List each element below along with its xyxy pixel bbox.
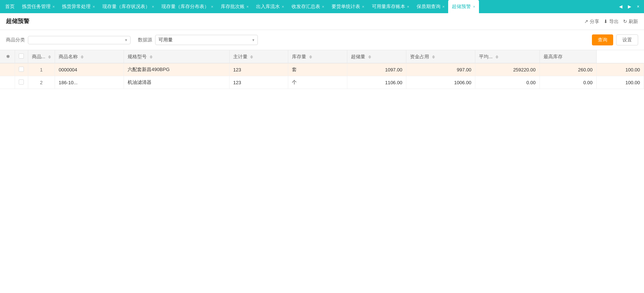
col-inventory-header[interactable]: 库存量: [288, 50, 347, 63]
nav-item-close-icon[interactable]: ×: [473, 4, 475, 9]
export-button[interactable]: ⬇ 导出: [604, 18, 619, 25]
refresh-button[interactable]: ↻ 刷新: [623, 18, 638, 25]
row-capital: 259220.00: [475, 63, 539, 76]
nav-item-close-icon[interactable]: ×: [246, 4, 249, 9]
col-avg-header[interactable]: 平均...: [475, 50, 539, 63]
nav-arrows: ◀ ▶ ×: [616, 0, 643, 13]
product-category-filter: 商品分类 ▾: [6, 36, 131, 44]
product-name-sort-icon[interactable]: [81, 55, 84, 59]
spec-sort-icon[interactable]: [150, 55, 153, 59]
product-category-label: 商品分类: [6, 37, 25, 43]
row-avg: 0.00: [539, 76, 596, 89]
row-gear: [0, 63, 15, 76]
nav-arrow-close[interactable]: ×: [634, 0, 643, 13]
export-icon: ⬇: [604, 19, 608, 24]
nav-arrow-left[interactable]: ◀: [616, 0, 625, 13]
nav-item-close-icon[interactable]: ×: [152, 4, 154, 9]
table-body: 10000004六配套新昌490BPG123套1097.00997.002592…: [0, 63, 644, 89]
nav-item-label: 现存量（库存状况表）: [102, 3, 150, 10]
query-button[interactable]: 查询: [592, 34, 613, 45]
nav-item-close-icon[interactable]: ×: [442, 4, 444, 9]
nav-item-close-icon[interactable]: ×: [92, 4, 95, 9]
col-overstock-label: 超储量: [351, 54, 365, 59]
col-unit-header[interactable]: 主计量: [229, 50, 288, 63]
row-overstock: 1006.00: [406, 76, 475, 89]
nav-item-collect-summary[interactable]: 收发存汇总表 ×: [288, 0, 328, 13]
row-checkbox[interactable]: [19, 79, 24, 85]
nav-item-label: 出入库流水: [256, 3, 280, 10]
col-product-name-header[interactable]: 商品名称: [55, 50, 124, 63]
refresh-label: 刷新: [629, 18, 638, 25]
nav-item-inventory-dist[interactable]: 现存量（库存分布表） ×: [158, 0, 217, 13]
header-actions: ↗ 分享 ⬇ 导出 ↻ 刷新: [584, 18, 638, 25]
col-spec-header[interactable]: 规格型号: [124, 50, 229, 63]
row-index: 2: [28, 76, 55, 89]
capital-sort-icon[interactable]: [432, 55, 435, 59]
nav-item-close-icon[interactable]: ×: [282, 4, 284, 9]
overstock-sort-icon[interactable]: [368, 55, 371, 59]
nav-item-inventory-status[interactable]: 现存量（库存状况表） ×: [99, 0, 158, 13]
col-product-code-header[interactable]: 商品...: [28, 50, 55, 63]
nav-item-inout-flow[interactable]: 出入库流水 ×: [252, 0, 288, 13]
row-spec: 123: [229, 76, 288, 89]
share-icon: ↗: [584, 19, 588, 24]
nav-item-label: 拣货异常处理: [62, 3, 91, 10]
select-all-checkbox[interactable]: [19, 53, 24, 59]
share-button[interactable]: ↗ 分享: [584, 18, 599, 25]
nav-item-home[interactable]: 首页: [1, 0, 18, 13]
unit-sort-icon[interactable]: [250, 55, 253, 59]
col-overstock-header[interactable]: 超储量: [347, 50, 406, 63]
nav-item-quality-check[interactable]: 保质期查询 ×: [413, 0, 448, 13]
col-unit-label: 主计量: [233, 54, 248, 59]
table-header-row: 商品... 商品名称 规格型号: [0, 50, 644, 63]
row-checkbox[interactable]: [19, 67, 24, 72]
nav-item-close-icon[interactable]: ×: [211, 4, 213, 9]
row-inventory: 1097.00: [347, 63, 406, 76]
data-source-select[interactable]: 可用量 ▾: [155, 35, 258, 45]
row-index: 1: [28, 63, 55, 76]
col-product-name-label: 商品名称: [59, 54, 78, 59]
row-avg: 260.00: [539, 63, 596, 76]
data-source-dropdown-icon: ▾: [252, 38, 255, 42]
nav-item-batch[interactable]: 库存批次账 ×: [217, 0, 252, 13]
nav-arrow-right[interactable]: ▶: [625, 0, 634, 13]
product-code-sort-icon[interactable]: [48, 55, 51, 59]
avg-sort-icon[interactable]: [495, 55, 498, 59]
col-capital-header[interactable]: 资金占用: [406, 50, 475, 63]
col-spec-label: 规格型号: [128, 54, 147, 59]
nav-item-overstock-warning[interactable]: 超储预警 ×: [448, 0, 479, 13]
nav-item-label: 现存量（库存分布表）: [161, 3, 209, 10]
nav-item-label: 保质期查询: [417, 3, 440, 10]
row-capital: 0.00: [475, 76, 539, 89]
nav-item-abnormal[interactable]: 拣货异常处理 ×: [58, 0, 98, 13]
nav-item-label: 拣货任务管理: [22, 3, 51, 10]
col-avg-label: 平均...: [479, 54, 493, 59]
product-category-dropdown-icon: ▾: [125, 38, 127, 42]
nav-item-close-icon[interactable]: ×: [52, 4, 55, 9]
inventory-sort-icon[interactable]: [309, 55, 312, 59]
gear-icon[interactable]: [4, 53, 10, 59]
col-product-code-label: 商品...: [32, 54, 45, 59]
col-gear-header[interactable]: [0, 50, 15, 63]
page-header: 超储预警 ↗ 分享 ⬇ 导出 ↻ 刷新: [0, 13, 644, 30]
nav-item-label: 可用量库存账本: [372, 3, 405, 10]
col-max-inventory-label: 最高库存: [544, 54, 563, 59]
nav-item-task-mgmt[interactable]: 拣货任务管理 ×: [18, 0, 58, 13]
product-category-select[interactable]: ▾: [28, 36, 131, 44]
nav-item-available-account[interactable]: 可用量库存账本 ×: [368, 0, 413, 13]
nav-item-order-stats[interactable]: 要货单统计表 ×: [328, 0, 368, 13]
col-checkbox-header[interactable]: [15, 50, 28, 63]
top-navigation: 首页拣货任务管理 ×拣货异常处理 ×现存量（库存状况表） ×现存量（库存分布表）…: [0, 0, 644, 13]
col-max-inventory-header[interactable]: 最高库存: [539, 50, 596, 63]
row-max-inventory: 100.00: [596, 63, 644, 76]
nav-item-close-icon[interactable]: ×: [322, 4, 324, 9]
row-gear: [0, 76, 15, 89]
nav-item-close-icon[interactable]: ×: [362, 4, 364, 9]
nav-item-label: 收发存汇总表: [292, 3, 320, 10]
nav-item-close-icon[interactable]: ×: [407, 4, 409, 9]
row-checkbox-cell: [15, 63, 28, 76]
settings-button[interactable]: 设置: [616, 34, 638, 45]
row-product-name: 六配套新昌490BPG: [124, 63, 229, 76]
row-spec: 123: [229, 63, 288, 76]
row-unit: 套: [288, 63, 347, 76]
